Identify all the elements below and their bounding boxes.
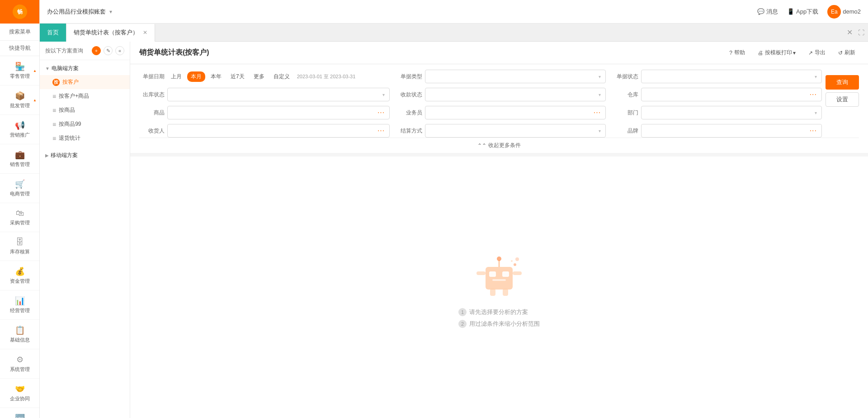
tab-close-all-icon[interactable]: ✕ — [847, 28, 853, 37]
export-button[interactable]: ↗ 导出 — [805, 47, 829, 58]
empty-tips: 1 请先选择要分析的方案 2 用过滤条件来缩小分析范围 — [458, 308, 540, 328]
scheme-add-button[interactable]: + — [92, 46, 101, 55]
logo-icon: 畅 — [12, 5, 28, 19]
mobile-section-label: 移动端方案 — [51, 152, 78, 159]
goods-input[interactable]: ··· — [167, 106, 390, 119]
scheme-title: 按以下方案查询 — [45, 47, 83, 55]
warehouse-input[interactable]: ··· — [641, 88, 822, 101]
sidebar-item-marketing[interactable]: 📢 营销推广 — [0, 115, 39, 144]
date-7days-btn[interactable]: 近7天 — [227, 71, 248, 82]
settings-button[interactable]: 设置 — [826, 92, 859, 107]
print-icon: 🖨 — [758, 50, 763, 56]
payment-select[interactable]: ▾ — [425, 88, 606, 101]
sidebar-menu: 🏪 零售管理 📦 批发管理 📢 营销推广 💼 销售管理 🛒 电商管理 🛍 采购管… — [0, 56, 39, 418]
sidebar-item-retail[interactable]: 🏪 零售管理 — [0, 56, 39, 86]
salesperson-input[interactable]: ··· — [425, 106, 606, 119]
tip-2-number: 2 — [458, 320, 467, 328]
expand-arrow-icon: ▼ — [45, 66, 50, 71]
date-prev-month-btn[interactable]: 上月 — [167, 71, 185, 82]
export-icon: ↗ — [808, 50, 813, 56]
message-icon: 💬 — [757, 8, 764, 15]
tab-sales-stats[interactable]: 销货单统计表（按客户） ✕ — [66, 24, 155, 42]
date-custom-btn[interactable]: 自定义 — [270, 71, 293, 82]
sidebar-item-purchase[interactable]: 🛍 采购管理 — [0, 203, 39, 232]
enterprise-icon: 🤝 — [15, 384, 25, 394]
scheme-item-return-stats[interactable]: ≡ 退货统计 — [40, 131, 130, 145]
tip-1-number: 1 — [458, 308, 467, 316]
sidebar-item-inventory[interactable]: 🗄 库存核算 — [0, 232, 39, 261]
scheme-item-by-goods[interactable]: ≡ 按商品 — [40, 103, 130, 117]
messages-button[interactable]: 💬 消息 — [757, 8, 778, 16]
doc-type-select[interactable]: ▾ — [425, 70, 606, 83]
sidebar-item-system[interactable]: ⚙ 系统管理 — [0, 349, 39, 379]
refresh-button[interactable]: ↺ 刷新 — [835, 47, 859, 58]
date-filter-cell: 单据日期 上月 本月 本年 近7天 更多 自定义 2023-03-01 至 20… — [139, 71, 397, 82]
date-current-month-btn[interactable]: 本月 — [187, 71, 205, 82]
empty-illustration — [472, 247, 526, 301]
sidebar: 畅 搜索菜单 快捷导航 🏪 零售管理 📦 批发管理 📢 营销推广 💼 销售管理 … — [0, 0, 40, 418]
user-menu[interactable]: Ea demo2 — [827, 5, 861, 19]
sidebar-item-operations[interactable]: 📊 经营管理 — [0, 290, 39, 320]
company-dropdown-icon[interactable]: ▾ — [109, 9, 112, 15]
svg-text:畅: 畅 — [17, 9, 23, 15]
sidebar-item-sales[interactable]: 💼 销售管理 — [0, 144, 39, 174]
app-download-button[interactable]: 📱 App下载 — [787, 8, 818, 16]
topbar-left: 办公用品行业模拟账套 ▾ — [47, 8, 112, 16]
help-button[interactable]: ? 帮助 — [726, 47, 749, 58]
scheme-item-by-customer-goods[interactable]: ≡ 按客户+商品 — [40, 89, 130, 103]
doc-status-cell: 单据状态 ▾ — [613, 70, 822, 83]
sidebar-item-basic[interactable]: 📋 基础信息 — [0, 320, 39, 349]
scheme-item-by-goods-99[interactable]: ≡ 按商品99 — [40, 117, 130, 131]
home-tab-label: 首页 — [47, 28, 59, 37]
sidebar-item-newuser[interactable]: 🆕 新手引导 — [0, 408, 39, 418]
sidebar-item-finance[interactable]: 💰 资金管理 — [0, 261, 39, 290]
svg-point-14 — [515, 257, 519, 261]
filter-row-recipient: 收货人 ··· 结算方式 — [139, 124, 822, 138]
doc-status-select[interactable]: ▾ — [641, 70, 822, 83]
date-more-btn[interactable]: 更多 — [250, 71, 268, 82]
tip-1-text: 请先选择要分析的方案 — [469, 308, 528, 316]
tab-close-icon[interactable]: ✕ — [143, 29, 147, 36]
tab-home[interactable]: 首页 — [40, 24, 66, 42]
query-button[interactable]: 查询 — [826, 75, 859, 90]
return-stats-label: 退货统计 — [59, 134, 80, 142]
collapse-bar[interactable]: ⌃⌃ 收起更多条件 — [139, 138, 859, 153]
outbound-select[interactable]: ▾ — [167, 88, 390, 101]
btn-group: 查询 设置 — [822, 70, 859, 112]
newuser-icon: 🆕 — [15, 413, 25, 418]
department-select[interactable]: ▾ — [641, 106, 822, 119]
help-icon: ? — [729, 50, 732, 56]
scheme-mobile-title[interactable]: ▶ 移动端方案 — [40, 149, 130, 162]
scheme-item-by-customer[interactable]: 按 按客户 — [40, 75, 130, 89]
tab-maximize-icon[interactable]: ⛶ — [858, 29, 864, 36]
recipient-input[interactable]: ··· — [167, 124, 390, 138]
sidebar-item-wholesale[interactable]: 📦 批发管理 — [0, 86, 39, 115]
warehouse-label: 仓库 — [613, 91, 638, 99]
print-button[interactable]: 🖨 按模板打印 ▾ — [754, 47, 799, 58]
empty-state: 1 请先选择要分析的方案 2 用过滤条件来缩小分析范围 — [130, 157, 868, 418]
svg-rect-5 — [492, 279, 506, 281]
wholesale-icon: 📦 — [15, 91, 25, 101]
payment-label: 收款状态 — [397, 91, 422, 99]
goods-label: 商品 — [139, 109, 165, 117]
goods-dots-icon: ··· — [377, 109, 385, 117]
salesperson-label: 业务员 — [397, 109, 422, 117]
customer-dot-icon: 按 — [52, 79, 60, 86]
sidebar-quick-nav[interactable]: 快捷导航 — [0, 41, 39, 56]
scheme-actions: + ✎ « — [92, 46, 124, 55]
print-dropdown-icon: ▾ — [793, 50, 796, 56]
brand-input[interactable]: ··· — [641, 124, 822, 138]
sidebar-item-enterprise[interactable]: 🤝 企业协同 — [0, 379, 39, 408]
scheme-desktop-title[interactable]: ▼ 电脑端方案 — [40, 62, 130, 75]
date-year-btn[interactable]: 本年 — [207, 71, 225, 82]
svg-point-13 — [511, 260, 513, 262]
settlement-select[interactable]: ▾ — [425, 124, 606, 138]
scheme-mobile-section: ▶ 移动端方案 — [40, 147, 130, 164]
desktop-section-label: 电脑端方案 — [52, 65, 79, 72]
sidebar-search[interactable]: 搜索菜单 — [0, 24, 39, 41]
scheme-collapse-button[interactable]: « — [115, 46, 124, 55]
scheme-edit-button[interactable]: ✎ — [104, 46, 113, 55]
company-title: 办公用品行业模拟账套 — [47, 8, 106, 16]
inventory-icon: 🗄 — [16, 238, 24, 247]
sidebar-item-ecommerce[interactable]: 🛒 电商管理 — [0, 174, 39, 203]
